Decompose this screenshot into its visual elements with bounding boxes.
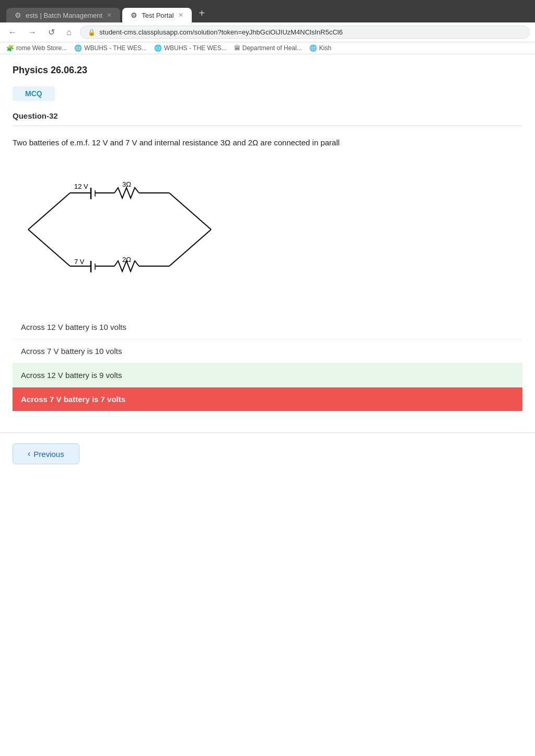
previous-label: Previous xyxy=(33,450,64,459)
bookmark-web-store[interactable]: 🧩 rome Web Store... xyxy=(6,44,67,52)
url-text: student-cms.classplusapp.com/solution?to… xyxy=(99,28,343,36)
tab-icon-1: ⚙ xyxy=(15,11,21,19)
circuit-diagram: 12 V 3Ω 7 V 2Ω xyxy=(18,162,522,300)
tab-label-2: Test Portal xyxy=(142,12,173,19)
lock-icon: 🔒 xyxy=(88,29,96,36)
nav-footer: ‹ Previous xyxy=(0,432,535,475)
bookmark-kish[interactable]: 🌐 Kish xyxy=(309,44,331,52)
question-label: Question-32 xyxy=(13,111,522,120)
back-button[interactable]: ← xyxy=(5,27,20,38)
options-list: Across 12 V battery is 10 volts Across 7… xyxy=(13,315,522,411)
bookmarks-bar: 🧩 rome Web Store... 🌐 WBUHS - THE WES...… xyxy=(0,42,535,54)
bookmark-icon-1: 🌐 xyxy=(74,44,82,52)
tab-close-1[interactable]: ✕ xyxy=(107,12,112,19)
bookmark-wbuhs-2[interactable]: 🌐 WBUHS - THE WES... xyxy=(154,44,227,52)
page-title: Physics 26.06.23 xyxy=(13,65,522,76)
bookmark-label-1: WBUHS - THE WES... xyxy=(84,44,147,52)
url-input[interactable]: 🔒 student-cms.classplusapp.com/solution?… xyxy=(80,26,530,39)
address-bar: ← → ↺ ⌂ 🔒 student-cms.classplusapp.com/s… xyxy=(0,22,535,42)
bookmark-label-2: WBUHS - THE WES... xyxy=(164,44,227,52)
tab-close-2[interactable]: ✕ xyxy=(178,12,183,19)
bookmark-label-3: Department of Heal... xyxy=(242,44,302,52)
forward-button[interactable]: → xyxy=(25,27,40,38)
bookmark-icon-4: 🌐 xyxy=(309,44,317,52)
svg-line-13 xyxy=(169,230,211,266)
svg-text:12 V: 12 V xyxy=(74,182,88,190)
svg-text:7 V: 7 V xyxy=(74,258,85,266)
bookmark-icon-3: 🏛 xyxy=(234,44,240,52)
browser-chrome: ⚙ ests | Batch Management ✕ ⚙ Test Porta… xyxy=(0,0,535,22)
page-content: Physics 26.06.23 MCQ Question-32 Two bat… xyxy=(0,54,535,422)
svg-text:2Ω: 2Ω xyxy=(122,256,131,264)
bookmark-wbuhs-1[interactable]: 🌐 WBUHS - THE WES... xyxy=(74,44,147,52)
option-a[interactable]: Across 12 V battery is 10 volts xyxy=(13,315,522,339)
question-text: Two batteries of e.m.f. 12 V and 7 V and… xyxy=(13,136,522,149)
tab-label-1: ests | Batch Management xyxy=(26,12,102,19)
chevron-left-icon: ‹ xyxy=(28,449,30,459)
option-b[interactable]: Across 7 V battery is 10 volts xyxy=(13,339,522,363)
bookmark-icon-2: 🌐 xyxy=(154,44,162,52)
svg-line-6 xyxy=(169,193,211,230)
option-d-wrong[interactable]: Across 7 V battery is 7 volts xyxy=(13,387,522,411)
svg-line-0 xyxy=(28,193,70,230)
divider xyxy=(13,125,522,126)
bookmark-label-0: rome Web Store... xyxy=(16,44,67,52)
new-tab-button[interactable]: + xyxy=(194,4,211,22)
reload-button[interactable]: ↺ xyxy=(45,26,58,38)
bookmark-label-4: Kish xyxy=(319,44,331,52)
option-c-correct[interactable]: Across 12 V battery is 9 volts xyxy=(13,363,522,387)
home-button[interactable]: ⌂ xyxy=(63,27,75,38)
svg-text:3Ω: 3Ω xyxy=(122,180,131,188)
circuit-svg: 12 V 3Ω 7 V 2Ω xyxy=(18,162,227,297)
bookmark-icon-0: 🧩 xyxy=(6,44,14,52)
tab-batch-management[interactable]: ⚙ ests | Batch Management ✕ xyxy=(6,8,120,22)
tab-bar: ⚙ ests | Batch Management ✕ ⚙ Test Porta… xyxy=(6,4,529,22)
mcq-badge: MCQ xyxy=(13,86,55,101)
svg-line-7 xyxy=(28,230,70,266)
tab-icon-2: ⚙ xyxy=(131,11,137,19)
previous-button[interactable]: ‹ Previous xyxy=(13,443,79,464)
tab-test-portal[interactable]: ⚙ Test Portal ✕ xyxy=(122,8,191,22)
bookmark-dept-health[interactable]: 🏛 Department of Heal... xyxy=(234,44,302,52)
